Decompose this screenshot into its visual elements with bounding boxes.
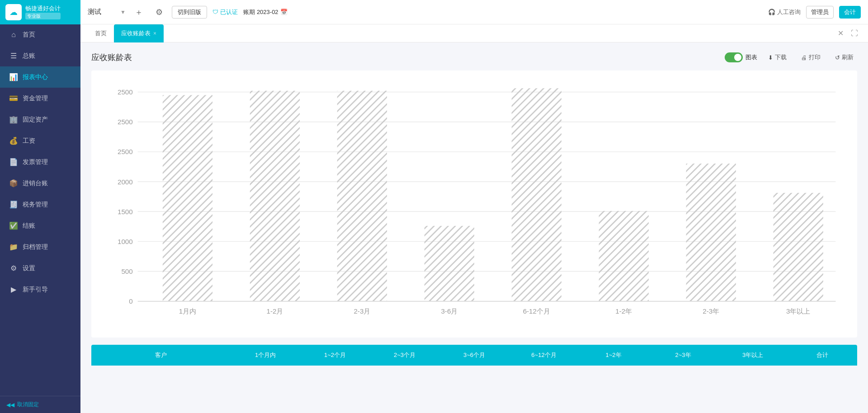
sidebar-item-close[interactable]: ✅ 结账 — [0, 215, 80, 236]
logo-icon: ☁ — [5, 4, 22, 20]
tax-icon: 🧾 — [9, 200, 18, 209]
chart-toggle-wrap: 图表 — [725, 52, 757, 62]
th-3-plus-year: 3年以上 — [718, 345, 788, 366]
download-icon: ⬇ — [768, 54, 773, 61]
svg-text:0: 0 — [129, 297, 132, 305]
tabs-actions: ✕ ⛶ — [835, 27, 861, 39]
sidebar-item-payroll[interactable]: 💰 工资 — [0, 130, 80, 151]
page-content: 应收账龄表 图表 ⬇ 下载 🖨 打印 ↺ — [80, 42, 868, 413]
content-area: 首页 应收账龄表 × ✕ ⛶ 应收账龄表 图表 — [80, 24, 868, 413]
certified-badge: 🛡 已认证 — [212, 8, 238, 16]
ledger-icon: ☰ — [9, 52, 18, 60]
close-window-btn[interactable]: ✕ — [835, 27, 846, 39]
reports-icon: 📊 — [9, 73, 18, 81]
sidebar-item-guide[interactable]: ▶ 新手引导 — [0, 279, 80, 300]
sidebar-logo: ☁ 畅捷通好会计 专业版 — [0, 0, 80, 24]
bar-chart: 2500 2500 2500 2000 1500 1000 500 0 — [100, 80, 848, 329]
unpin-icon: ◀◀ — [6, 402, 14, 408]
chart-toggle[interactable] — [725, 52, 743, 62]
add-btn[interactable]: ＋ — [131, 5, 146, 19]
tab-close-icon[interactable]: × — [153, 30, 156, 37]
bar-3-plus-year — [774, 193, 823, 301]
th-customer: 客户 — [91, 345, 231, 366]
table-header: 客户 1个月内 1~2个月 2~3个月 3~6个月 6~12个月 1~2年 2~… — [91, 345, 857, 366]
sidebar-item-assets[interactable]: 🏢 固定资产 — [0, 109, 80, 130]
module-title: 测试 — [88, 8, 115, 16]
tabs-bar: 首页 应收账龄表 × ✕ ⛶ — [80, 24, 868, 42]
chart-container: 2500 2500 2500 2000 1500 1000 500 0 — [91, 70, 857, 338]
sidebar-scroll: ⌂ 首页 ☰ 总账 📊 报表中心 💳 资金管理 🏢 固定资产 💰 工资 📄 发票… — [0, 24, 80, 396]
accountant-btn[interactable]: 会计 — [839, 6, 861, 19]
sidebar-item-invoice[interactable]: 📄 发票管理 — [0, 151, 80, 173]
svg-text:1-2年: 1-2年 — [615, 307, 632, 315]
svg-text:1月内: 1月内 — [179, 307, 196, 315]
print-btn[interactable]: 🖨 打印 — [797, 52, 824, 63]
sidebar: ☁ 畅捷通好会计 专业版 ⌂ 首页 ☰ 总账 📊 报表中心 💳 资金管理 🏢 固… — [0, 0, 80, 413]
tab-home[interactable]: 首页 — [88, 24, 114, 42]
sidebar-item-settings[interactable]: ⚙ 设置 — [0, 258, 80, 279]
sidebar-item-reports[interactable]: 📊 报表中心 — [0, 66, 80, 88]
invoice-icon: 📄 — [9, 158, 18, 166]
inventory-icon: 📦 — [9, 179, 18, 188]
bar-2-3-month — [337, 91, 387, 301]
th-1-2month: 1~2个月 — [300, 345, 370, 366]
bar-1-2-year — [599, 211, 649, 301]
bar-1-month — [163, 95, 212, 301]
th-3-6month: 3~6个月 — [439, 345, 509, 366]
svg-text:1000: 1000 — [118, 238, 133, 245]
switch-old-version-btn[interactable]: 切到旧版 — [172, 6, 207, 19]
topbar: 测试 ▼ ＋ ⚙ 切到旧版 🛡 已认证 账期 2023-02 📅 🎧 人工咨询 … — [80, 0, 868, 24]
bar-1-2-month — [250, 91, 300, 301]
svg-text:3-6月: 3-6月 — [441, 307, 458, 315]
logo-text: 畅捷通好会计 专业版 — [25, 5, 61, 19]
bar-3-6-month — [425, 226, 474, 301]
toggle-label: 图表 — [745, 53, 757, 61]
main-area: 测试 ▼ ＋ ⚙ 切到旧版 🛡 已认证 账期 2023-02 📅 🎧 人工咨询 … — [80, 0, 868, 413]
settings-btn[interactable]: ⚙ — [152, 5, 166, 19]
th-1month: 1个月内 — [231, 345, 300, 366]
page-title: 应收账龄表 — [91, 52, 132, 63]
svg-text:2500: 2500 — [118, 148, 133, 155]
sidebar-item-ledger[interactable]: ☰ 总账 — [0, 45, 80, 66]
sidebar-item-home[interactable]: ⌂ 首页 — [0, 24, 80, 45]
page-actions: 图表 ⬇ 下载 🖨 打印 ↺ 刷新 — [725, 52, 857, 63]
headset-icon: 🎧 — [768, 9, 775, 15]
consult-btn[interactable]: 🎧 人工咨询 — [768, 8, 801, 16]
bar-2-3-year — [686, 164, 736, 301]
th-6-12month: 6~12个月 — [509, 345, 579, 366]
download-btn[interactable]: ⬇ 下载 — [764, 52, 790, 63]
svg-text:6-12个月: 6-12个月 — [523, 307, 550, 315]
page-header: 应收账龄表 图表 ⬇ 下载 🖨 打印 ↺ — [91, 52, 857, 63]
refresh-icon: ↺ — [835, 54, 840, 61]
sidebar-item-archive[interactable]: 📁 归档管理 — [0, 236, 80, 258]
svg-text:2500: 2500 — [118, 88, 133, 96]
sidebar-unpin-btn[interactable]: ◀◀ 取消固定 — [0, 396, 80, 413]
svg-text:2-3月: 2-3月 — [354, 307, 370, 315]
svg-text:2000: 2000 — [118, 178, 133, 186]
svg-text:1500: 1500 — [118, 208, 133, 216]
bar-6-12-month — [512, 88, 561, 301]
close-accounts-icon: ✅ — [9, 221, 18, 230]
tab-ar-aging[interactable]: 应收账龄表 × — [114, 24, 164, 42]
sidebar-item-inventory[interactable]: 📦 进销台账 — [0, 173, 80, 194]
th-1-2year: 1~2年 — [579, 345, 648, 366]
manager-btn[interactable]: 管理员 — [806, 6, 834, 19]
th-2-3month: 2~3个月 — [370, 345, 439, 366]
svg-text:1-2月: 1-2月 — [266, 307, 283, 315]
sidebar-item-tax[interactable]: 🧾 税务管理 — [0, 194, 80, 215]
refresh-btn[interactable]: ↺ 刷新 — [831, 52, 857, 63]
expand-window-btn[interactable]: ⛶ — [848, 27, 861, 39]
accounting-period: 账期 2023-02 📅 — [243, 8, 288, 16]
archive-icon: 📁 — [9, 243, 18, 251]
calendar-icon[interactable]: 📅 — [280, 9, 288, 15]
assets-icon: 🏢 — [9, 115, 18, 124]
th-total: 合计 — [788, 345, 857, 366]
settings-icon: ⚙ — [9, 264, 18, 272]
th-2-3year: 2~3年 — [648, 345, 718, 366]
payroll-icon: 💰 — [9, 136, 18, 145]
sidebar-item-funds[interactable]: 💳 资金管理 — [0, 88, 80, 109]
home-icon: ⌂ — [9, 31, 18, 39]
svg-text:2-3年: 2-3年 — [703, 307, 719, 315]
print-icon: 🖨 — [801, 54, 807, 61]
module-dropdown-icon[interactable]: ▼ — [120, 9, 126, 15]
